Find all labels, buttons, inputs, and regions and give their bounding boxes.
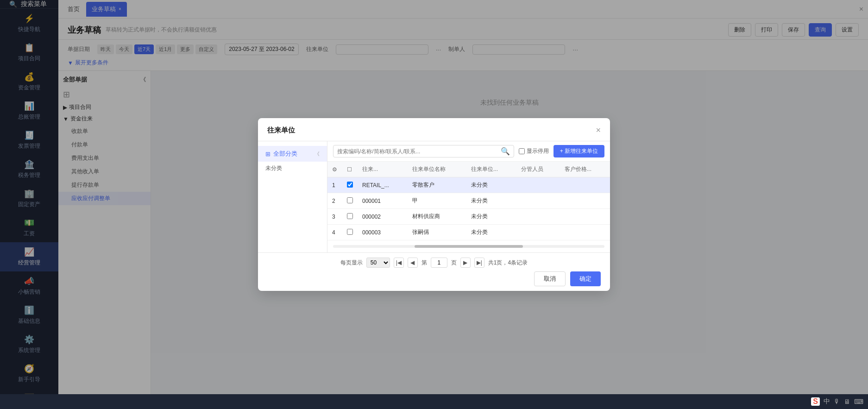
grid-sidebar-icon: ⊞ <box>265 151 270 157</box>
td-check[interactable] <box>342 177 358 193</box>
table-row[interactable]: 1 RETAIL_... 零散客户 未分类 <box>327 177 610 193</box>
table-row[interactable]: 2 000001 甲 未分类 <box>327 193 610 209</box>
td-price <box>560 177 610 193</box>
total-info: 共1页，4条记录 <box>488 259 528 267</box>
td-price <box>560 225 610 240</box>
td-category: 未分类 <box>466 193 516 209</box>
collapse-dialog-sidebar-icon[interactable]: 《 <box>314 151 320 157</box>
table-header-row: ⚙ ☐ 往来... 往来单位名称 往来单位... 分管人员 客户价格... <box>327 162 610 177</box>
td-num: 3 <box>327 209 342 225</box>
th-manager: 分管人员 <box>516 162 560 177</box>
td-code: 000003 <box>358 225 408 240</box>
td-price <box>560 193 610 209</box>
td-check[interactable] <box>342 225 358 240</box>
td-name: 材料供应商 <box>408 209 466 225</box>
th-check[interactable]: ☐ <box>342 162 358 177</box>
td-category: 未分类 <box>466 209 516 225</box>
td-category: 未分类 <box>466 177 516 193</box>
dialog-category-uncategorized[interactable]: 未分类 <box>258 162 327 175</box>
th-code: 往来... <box>358 162 408 177</box>
show-disabled-checkbox[interactable] <box>519 148 525 154</box>
dialog-main: 🔍 显示停用 + 新增往来单位 ⚙ ☐ 往来... <box>327 141 610 252</box>
td-category: 未分类 <box>466 225 516 240</box>
dialog-header: 往来单位 × <box>258 118 610 141</box>
scrollbar-thumb <box>415 245 523 248</box>
dialog-body: ⊞ 全部分类 《 未分类 🔍 显示停用 + 新增往来单位 <box>258 141 610 252</box>
dialog-sidebar-all[interactable]: ⊞ 全部分类 《 <box>258 146 327 162</box>
th-name: 往来单位名称 <box>408 162 466 177</box>
dialog-footer: 每页显示 50 100 |◀ ◀ 第 页 ▶ ▶| 共1页，4条记录 取消 确定 <box>258 252 610 291</box>
first-page-button[interactable]: |◀ <box>394 258 404 268</box>
all-category-label: 全部分类 <box>273 150 297 158</box>
table-scroll[interactable]: ⚙ ☐ 往来... 往来单位名称 往来单位... 分管人员 客户价格... <box>327 162 610 240</box>
taskbar-monitor-icon[interactable]: 🖥 <box>844 398 850 405</box>
th-settings[interactable]: ⚙ <box>327 162 342 177</box>
show-disabled-label[interactable]: 显示停用 <box>519 147 549 155</box>
th-price: 客户价格... <box>560 162 610 177</box>
partner-dialog: 往来单位 × ⊞ 全部分类 《 未分类 🔍 <box>258 118 610 291</box>
taskbar: S 中 🎙 🖥 ⌨ <box>0 394 868 409</box>
taskbar-mic-icon[interactable]: 🎙 <box>834 398 840 405</box>
dialog-sidebar: ⊞ 全部分类 《 未分类 <box>258 141 327 252</box>
td-code: RETAIL_... <box>358 177 408 193</box>
td-check[interactable] <box>342 209 358 225</box>
add-partner-button[interactable]: + 新增往来单位 <box>554 145 604 157</box>
page-unit: 页 <box>451 259 457 267</box>
td-code: 000002 <box>358 209 408 225</box>
td-name: 零散客户 <box>408 177 466 193</box>
taskbar-keyboard-icon[interactable]: ⌨ <box>854 398 863 405</box>
last-page-button[interactable]: ▶| <box>474 258 484 268</box>
th-category: 往来单位... <box>466 162 516 177</box>
td-manager <box>516 209 560 225</box>
next-page-button[interactable]: ▶ <box>460 258 471 268</box>
search-icon: 🔍 <box>501 147 510 156</box>
search-input[interactable] <box>337 148 498 155</box>
page-input[interactable] <box>431 258 447 268</box>
page-size-select[interactable]: 50 100 <box>366 258 390 268</box>
table-row[interactable]: 4 000003 张嗣偁 未分类 <box>327 225 610 240</box>
td-manager <box>516 177 560 193</box>
confirm-button[interactable]: 确定 <box>570 271 601 286</box>
taskbar-s-icon[interactable]: S <box>811 397 820 406</box>
td-code: 000001 <box>358 193 408 209</box>
partner-table: ⚙ ☐ 往来... 往来单位名称 往来单位... 分管人员 客户价格... <box>327 162 610 240</box>
td-name: 张嗣偁 <box>408 225 466 240</box>
pagination: 每页显示 50 100 |◀ ◀ 第 页 ▶ ▶| 共1页，4条记录 <box>267 258 601 268</box>
taskbar-lang-icon[interactable]: 中 <box>824 397 830 406</box>
table-row[interactable]: 3 000002 材料供应商 未分类 <box>327 209 610 225</box>
dialog-toolbar: 🔍 显示停用 + 新增往来单位 <box>327 141 610 162</box>
dialog-title: 往来单位 <box>267 126 295 135</box>
td-name: 甲 <box>408 193 466 209</box>
dialog-close-button[interactable]: × <box>596 126 601 135</box>
td-num: 2 <box>327 193 342 209</box>
prev-page-button[interactable]: ◀ <box>408 258 418 268</box>
horizontal-scrollbar[interactable] <box>333 245 604 248</box>
td-num: 4 <box>327 225 342 240</box>
td-manager <box>516 225 560 240</box>
table-body: 1 RETAIL_... 零散客户 未分类 2 <box>327 177 610 240</box>
page-size-label: 每页显示 <box>340 259 363 267</box>
page-label: 第 <box>421 259 427 267</box>
td-manager <box>516 193 560 209</box>
td-num: 1 <box>327 177 342 193</box>
td-check[interactable] <box>342 193 358 209</box>
cancel-button[interactable]: 取消 <box>534 271 566 286</box>
table-head: ⚙ ☐ 往来... 往来单位名称 往来单位... 分管人员 客户价格... <box>327 162 610 177</box>
show-disabled-text: 显示停用 <box>527 147 549 155</box>
td-price <box>560 209 610 225</box>
dialog-overlay: 往来单位 × ⊞ 全部分类 《 未分类 🔍 <box>0 0 868 409</box>
dialog-action-buttons: 取消 确定 <box>267 271 601 286</box>
search-box[interactable]: 🔍 <box>333 145 514 157</box>
